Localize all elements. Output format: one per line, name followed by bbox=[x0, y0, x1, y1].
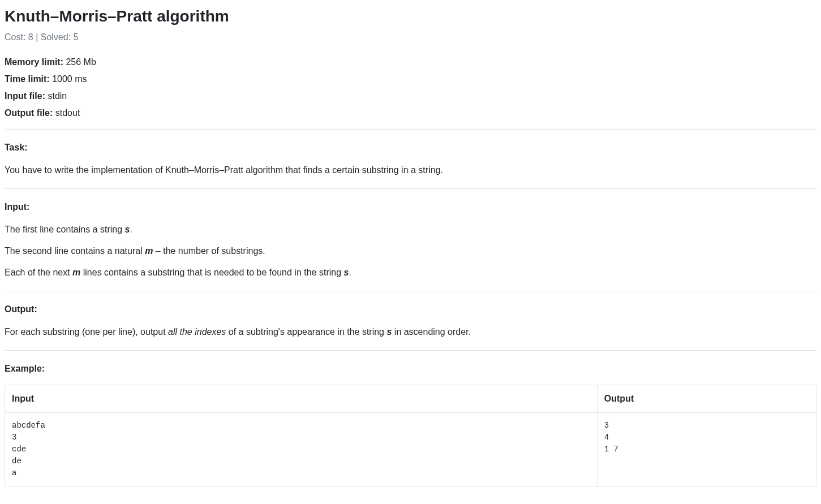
example-col-input: Input bbox=[5, 385, 598, 413]
task-section: Task: You have to write the implementati… bbox=[5, 130, 816, 188]
var-m: m bbox=[72, 268, 80, 277]
table-row: abcdefa 3 cde de a 3 4 1 7 bbox=[5, 413, 816, 486]
time-limit-value: 1000 ms bbox=[50, 74, 87, 84]
memory-limit-label: Memory limit: bbox=[5, 57, 63, 67]
output-file-label: Output file: bbox=[5, 108, 53, 118]
emphasis: all the indexes bbox=[168, 327, 226, 337]
input-line-1: The first line contains a string s. bbox=[5, 223, 816, 236]
output-section: Output: For each substring (one per line… bbox=[5, 291, 816, 350]
example-heading: Example: bbox=[5, 362, 816, 376]
task-heading: Task: bbox=[5, 141, 816, 154]
page-title: Knuth–Morris–Pratt algorithm bbox=[5, 5, 816, 28]
input-file: Input file: stdin bbox=[5, 89, 816, 103]
output-line: For each substring (one per line), outpu… bbox=[5, 325, 816, 339]
time-limit-label: Time limit: bbox=[5, 74, 50, 84]
task-text: You have to write the implementation of … bbox=[5, 163, 816, 177]
example-output-text: 3 4 1 7 bbox=[604, 420, 809, 455]
output-file-value: stdout bbox=[53, 108, 80, 118]
input-file-value: stdin bbox=[45, 91, 67, 101]
example-col-output: Output bbox=[597, 385, 816, 413]
subtitle: Cost: 8 | Solved: 5 bbox=[5, 31, 816, 44]
input-file-label: Input file: bbox=[5, 91, 45, 101]
limits-block: Memory limit: 256 Mb Time limit: 1000 ms… bbox=[5, 55, 816, 120]
memory-limit: Memory limit: 256 Mb bbox=[5, 55, 816, 69]
input-line-2: The second line contains a natural m – t… bbox=[5, 244, 816, 258]
output-file: Output file: stdout bbox=[5, 106, 816, 120]
var-m: m bbox=[145, 246, 153, 256]
memory-limit-value: 256 Mb bbox=[63, 57, 96, 67]
time-limit: Time limit: 1000 ms bbox=[5, 72, 816, 86]
example-input-text: abcdefa 3 cde de a bbox=[12, 420, 590, 479]
input-section: Input: The first line contains a string … bbox=[5, 189, 816, 291]
input-line-3: Each of the next m lines contains a subs… bbox=[5, 266, 816, 279]
output-heading: Output: bbox=[5, 303, 816, 316]
example-section: Example: Input Output abcdefa 3 cde de a… bbox=[5, 351, 816, 498]
example-table: Input Output abcdefa 3 cde de a 3 4 1 7 bbox=[5, 385, 816, 486]
input-heading: Input: bbox=[5, 200, 816, 214]
